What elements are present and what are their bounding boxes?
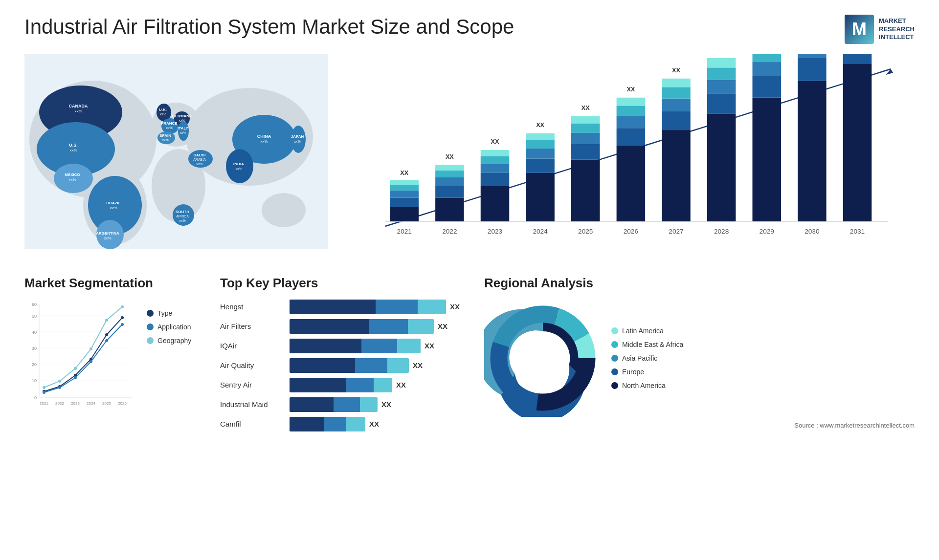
player-row: IQAir XX <box>220 339 474 353</box>
north-america-dot <box>611 382 618 389</box>
bar-chart-section: XX XX XX <box>342 54 915 256</box>
svg-text:MEXICO: MEXICO <box>65 172 80 177</box>
svg-rect-71 <box>481 173 510 186</box>
svg-point-173 <box>121 305 124 308</box>
player-row: Hengst XX <box>220 300 474 314</box>
svg-text:xx%: xx% <box>162 138 168 142</box>
svg-text:2021: 2021 <box>40 401 48 406</box>
svg-text:2031: 2031 <box>850 228 865 235</box>
svg-text:xx%: xx% <box>196 162 202 166</box>
player-row: Industrial Maid XX <box>220 397 474 412</box>
svg-rect-58 <box>390 207 419 221</box>
logo: M MARKET RESEARCH INTELLECT <box>845 15 915 44</box>
segmentation-section: Market Segmentation 0 10 20 30 <box>24 276 210 417</box>
svg-text:xx%: xx% <box>235 167 242 171</box>
content-top: CANADA xx% U.S. xx% MEXICO xx% BRAZIL xx… <box>24 54 915 256</box>
svg-rect-73 <box>481 156 510 164</box>
type-dot <box>147 310 154 317</box>
europe-label: Europe <box>622 368 644 376</box>
source-text: Source : www.marketresearchintellect.com <box>484 422 915 429</box>
svg-point-172 <box>105 319 108 322</box>
players-list: Hengst XX Air Filters <box>220 300 474 431</box>
svg-rect-97 <box>662 87 691 98</box>
svg-rect-88 <box>617 145 646 221</box>
regional-legend: Latin America Middle East & Africa Asia … <box>611 327 683 389</box>
legend-latin-america: Latin America <box>611 327 683 335</box>
svg-rect-83 <box>571 144 600 159</box>
svg-rect-80 <box>526 133 555 140</box>
svg-text:xx%: xx% <box>69 148 77 152</box>
svg-text:2026: 2026 <box>624 228 638 235</box>
svg-text:CHINA: CHINA <box>257 134 271 139</box>
mea-dot <box>611 341 618 348</box>
content-bottom: Market Segmentation 0 10 20 30 <box>24 276 915 431</box>
svg-text:xx%: xx% <box>104 236 111 240</box>
latin-america-dot <box>611 327 618 334</box>
player-bar-2: XX <box>290 339 474 353</box>
svg-text:2024: 2024 <box>533 228 548 235</box>
player-row: Air Filters XX <box>220 319 474 334</box>
svg-rect-118 <box>843 64 872 222</box>
svg-text:U.S.: U.S. <box>69 143 78 148</box>
svg-rect-89 <box>617 128 646 145</box>
svg-text:2026: 2026 <box>118 401 127 406</box>
player-bar-6: XX <box>290 417 474 431</box>
svg-text:2025: 2025 <box>102 401 111 406</box>
svg-point-166 <box>105 339 108 342</box>
segmentation-title: Market Segmentation <box>24 276 210 291</box>
geography-label: Geography <box>157 337 191 345</box>
map-section: CANADA xx% U.S. xx% MEXICO xx% BRAZIL xx… <box>24 54 328 256</box>
type-label: Type <box>157 309 172 317</box>
segmentation-chart: 0 10 20 30 40 50 60 2021 2022 2023 2024 … <box>24 300 137 417</box>
svg-rect-91 <box>617 106 646 116</box>
svg-rect-78 <box>526 149 555 158</box>
legend-type: Type <box>147 309 191 317</box>
logo-text: MARKET RESEARCH INTELLECT <box>879 17 915 42</box>
svg-rect-70 <box>481 186 510 221</box>
legend-north-america: North America <box>611 382 683 389</box>
players-section: Top Key Players Hengst XX Air Fi <box>220 276 474 431</box>
svg-text:2025: 2025 <box>578 228 593 235</box>
svg-text:2021: 2021 <box>397 228 412 235</box>
svg-text:2030: 2030 <box>805 228 820 235</box>
svg-text:40: 40 <box>32 330 37 335</box>
svg-point-162 <box>43 391 45 394</box>
svg-text:AFRICA: AFRICA <box>176 215 189 218</box>
svg-rect-106 <box>753 98 782 222</box>
svg-text:ARGENTINA: ARGENTINA <box>96 231 119 236</box>
player-bar-3: XX <box>290 358 474 373</box>
logo-icon: M <box>845 15 874 44</box>
svg-text:30: 30 <box>32 346 37 351</box>
player-name-4: Sentry Air <box>220 381 284 389</box>
svg-text:xx%: xx% <box>68 177 76 182</box>
svg-text:60: 60 <box>32 302 37 307</box>
svg-text:XX: XX <box>400 170 408 176</box>
player-bar-5: XX <box>290 397 474 412</box>
svg-text:2024: 2024 <box>87 401 95 406</box>
legend-asia-pacific: Asia Pacific <box>611 354 683 362</box>
svg-text:xx%: xx% <box>159 112 166 116</box>
svg-rect-94 <box>662 130 691 221</box>
svg-rect-101 <box>707 94 736 114</box>
svg-text:XX: XX <box>626 86 635 93</box>
svg-rect-103 <box>707 67 736 80</box>
svg-rect-59 <box>390 198 419 208</box>
svg-point-22 <box>226 149 253 183</box>
svg-rect-67 <box>435 171 464 177</box>
svg-text:xx%: xx% <box>294 140 300 143</box>
legend-europe: Europe <box>611 368 683 376</box>
svg-rect-61 <box>390 185 419 191</box>
player-name-2: IQAir <box>220 342 284 350</box>
svg-text:2028: 2028 <box>714 228 729 235</box>
svg-rect-74 <box>481 150 510 156</box>
application-label: Application <box>157 323 191 331</box>
legend-application: Application <box>147 323 191 331</box>
regional-title: Regional Analysis <box>484 276 915 291</box>
svg-rect-90 <box>617 116 646 128</box>
svg-text:50: 50 <box>32 314 37 319</box>
svg-point-168 <box>43 386 45 389</box>
svg-rect-65 <box>435 186 464 197</box>
donut-section: Latin America Middle East & Africa Asia … <box>484 300 915 417</box>
svg-text:0: 0 <box>34 395 37 400</box>
player-name-0: Hengst <box>220 302 284 311</box>
